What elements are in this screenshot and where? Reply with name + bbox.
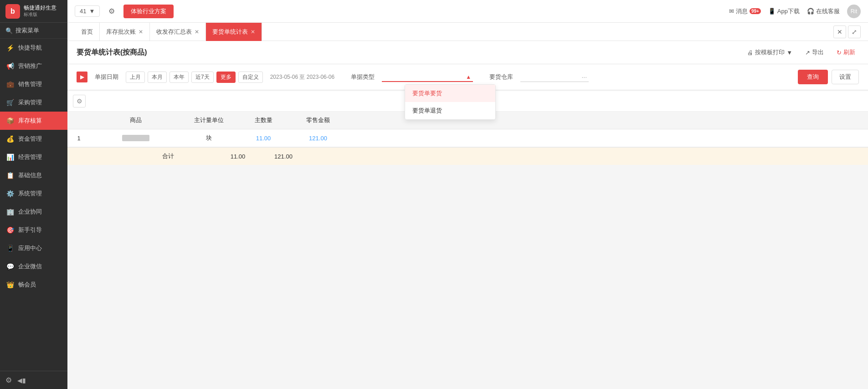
collapse-icon[interactable]: ◀▮ — [17, 377, 26, 384]
online-service-icon: 🎧 — [807, 8, 814, 15]
sidebar-item-vip[interactable]: 👑 畅会员 — [0, 276, 67, 294]
last-7-days-button[interactable]: 近7天 — [191, 72, 214, 83]
tabbar: 首页 库存批次账 ✕ 收发存汇总表 ✕ 要货单统计表 ✕ ✕ ⤢ — [67, 23, 868, 41]
tab-close-icon[interactable]: ✕ — [139, 29, 143, 35]
tab-batch-account[interactable]: 库存批次账 ✕ — [100, 23, 150, 41]
sidebar-item-app-center[interactable]: 📱 应用中心 — [0, 239, 67, 257]
sidebar-item-purchase[interactable]: 🛒 采购管理 — [0, 93, 67, 112]
quick-nav-icon: ⚡ — [5, 43, 15, 52]
this-year-button[interactable]: 本年 — [169, 72, 189, 83]
tab-close-icon[interactable]: ✕ — [251, 29, 255, 35]
product-blurred — [122, 135, 149, 141]
date-buttons: 上月 本月 本年 近7天 更多 自定义 — [126, 72, 263, 83]
wechat-icon: 💬 — [5, 262, 15, 271]
sidebar-item-basic-info[interactable]: 📋 基础信息 — [0, 166, 67, 184]
company-number: 41 — [80, 8, 86, 15]
sidebar-bottom: ⚙ ◀▮ — [0, 371, 67, 389]
filter-settings-button[interactable]: 设置 — [832, 70, 859, 84]
tab-receipt-summary[interactable]: 收发存汇总表 ✕ — [150, 23, 206, 41]
cell-unit: 块 — [181, 129, 236, 147]
footer-amount: 121.00 — [265, 153, 302, 160]
app-download-label: App下载 — [777, 7, 800, 15]
online-service-label: 在线客服 — [816, 7, 840, 15]
sidebar-item-label: 畅会员 — [18, 281, 36, 289]
this-month-button[interactable]: 本月 — [148, 72, 167, 83]
more-dates-button[interactable]: 更多 — [216, 72, 236, 83]
vip-icon: 👑 — [5, 280, 15, 289]
print-icon: 🖨 — [747, 49, 753, 56]
table-row: 1 块 11.00 121.00 — [67, 129, 868, 147]
col-unit: 主计量单位 — [181, 112, 236, 129]
cell-product — [90, 129, 181, 147]
print-label: 按模板打印 — [755, 48, 785, 56]
sidebar-item-label: 营销推广 — [18, 62, 42, 70]
sidebar-item-guide[interactable]: 🎯 新手引导 — [0, 221, 67, 239]
table-footer: 合计 11.00 121.00 — [67, 147, 868, 165]
sidebar-item-enterprise[interactable]: 🏢 企业协同 — [0, 203, 67, 221]
cell-quantity[interactable]: 11.00 — [236, 129, 291, 147]
custom-date-button[interactable]: 自定义 — [238, 72, 263, 83]
sidebar-nav: ⚡ 快捷导航 📢 营销推广 💼 销售管理 🛒 采购管理 📦 库存核算 💰 资金管… — [0, 39, 67, 371]
col-seq — [67, 112, 90, 129]
print-button[interactable]: 🖨 按模板打印 ▼ — [744, 46, 796, 58]
inventory-icon: 📦 — [5, 116, 15, 125]
sidebar-item-label: 系统管理 — [18, 189, 42, 198]
sidebar-item-sales[interactable]: 💼 销售管理 — [0, 75, 67, 93]
tab-home[interactable]: 首页 — [75, 23, 100, 41]
user-name: Rit — [851, 8, 858, 15]
col-product: 商品 — [90, 112, 181, 129]
footer-quantity: 11.00 — [220, 153, 256, 160]
filter-actions: 查询 设置 — [798, 70, 859, 84]
table-settings-icon[interactable]: ⚙ — [73, 95, 86, 107]
filter-row: ▶ 单据日期 上月 本月 本年 近7天 更多 自定义 2023-05-06 至 … — [67, 64, 868, 90]
sidebar-item-operations[interactable]: 📊 经营管理 — [0, 148, 67, 166]
cell-amount[interactable]: 121.00 — [291, 129, 345, 147]
marketing-icon: 📢 — [5, 61, 15, 71]
refresh-icon: ↻ — [837, 49, 842, 56]
messages-badge: 99+ — [750, 8, 761, 14]
tab-close-icon[interactable]: ✕ — [195, 29, 199, 35]
sidebar-item-system[interactable]: ⚙️ 系统管理 — [0, 184, 67, 203]
topbar-gear-icon[interactable]: ⚙ — [105, 5, 118, 18]
app-version: 标准版 — [24, 11, 56, 18]
sidebar-search[interactable]: 🔍 搜索菜单 — [0, 23, 67, 39]
col-quantity: 主数量 — [236, 112, 291, 129]
enterprise-icon: 🏢 — [5, 207, 15, 216]
sidebar-item-quick-nav[interactable]: ⚡ 快捷导航 — [0, 39, 67, 57]
sidebar-item-label: 新手引导 — [18, 226, 42, 234]
sidebar-item-label: 企业微信 — [18, 262, 42, 271]
sidebar-item-label: 基础信息 — [18, 171, 42, 179]
online-service-button[interactable]: 🎧 在线客服 — [807, 7, 840, 15]
app-download-button[interactable]: 📱 App下载 — [768, 7, 800, 15]
tab-order-stats[interactable]: 要货单统计表 ✕ — [206, 23, 262, 41]
type-select[interactable] — [382, 72, 473, 82]
messages-button[interactable]: ✉ 消息 99+ — [729, 7, 761, 15]
sidebar-item-finance[interactable]: 💰 资金管理 — [0, 130, 67, 148]
export-button[interactable]: ↗ 导出 — [801, 46, 827, 58]
company-selector[interactable]: 41 ▼ — [75, 5, 100, 17]
app-logo: b 畅捷通好生意 标准版 — [0, 0, 67, 23]
settings-icon[interactable]: ⚙ — [5, 376, 12, 384]
last-month-button[interactable]: 上月 — [126, 72, 145, 83]
sidebar-item-wechat[interactable]: 💬 企业微信 — [0, 257, 67, 276]
finance-icon: 💰 — [5, 134, 15, 143]
close-all-tabs-button[interactable]: ✕ — [833, 26, 846, 38]
expand-filter-button[interactable]: ▶ — [77, 72, 87, 82]
sidebar-item-marketing[interactable]: 📢 营销推广 — [0, 57, 67, 75]
dropdown-item-order-goods[interactable]: 要货单要货 — [405, 85, 495, 102]
col-amount: 零售金额 — [291, 112, 345, 129]
expand-tabs-button[interactable]: ⤢ — [848, 26, 861, 38]
warehouse-more-icon[interactable]: ··· — [581, 73, 587, 81]
refresh-button[interactable]: ↻ 刷新 — [833, 46, 859, 58]
app-download-icon: 📱 — [768, 8, 776, 15]
sidebar-item-label: 资金管理 — [18, 135, 42, 143]
cell-seq: 1 — [67, 129, 90, 147]
sales-icon: 💼 — [5, 80, 15, 89]
user-avatar[interactable]: Rit — [847, 5, 861, 18]
dropdown-item-order-return[interactable]: 要货单退货 — [405, 102, 495, 119]
query-button[interactable]: 查询 — [798, 70, 828, 84]
refresh-label: 刷新 — [843, 48, 855, 56]
sidebar-item-inventory[interactable]: 📦 库存核算 — [0, 112, 67, 130]
sidebar-item-label: 应用中心 — [18, 244, 42, 252]
promo-button[interactable]: 体验行业方案 — [123, 5, 174, 18]
